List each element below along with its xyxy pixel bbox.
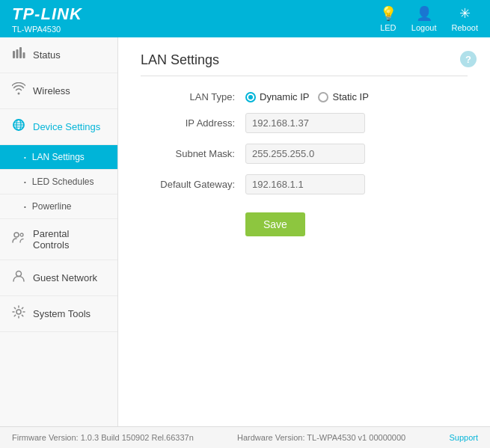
lan-type-label: LAN Type: [141,91,245,102]
dynamic-ip-radio[interactable] [245,92,256,102]
svg-point-10 [20,233,23,236]
dynamic-ip-label: Dynamic IP [260,91,309,102]
reboot-label: Reboot [452,23,478,32]
bullet-icon-3: • [24,203,26,210]
subnet-mask-input[interactable] [245,144,365,164]
status-icon [12,46,25,64]
default-gateway-row: Default Gateway: [141,174,468,194]
svg-rect-1 [16,49,19,58]
static-ip-radio[interactable] [318,92,328,102]
sidebar-item-parental-controls-label: Parental Controls [33,228,105,251]
dynamic-ip-option[interactable]: Dynamic IP [245,91,309,102]
ip-address-row: IP Address: [141,113,468,133]
led-label: LED [380,23,396,32]
svg-point-9 [14,233,19,237]
logo: TP-LINK [12,4,82,24]
footer: Firmware Version: 1.0.3 Build 150902 Rel… [0,426,490,448]
sidebar-item-wireless[interactable]: Wireless [0,73,117,109]
sidebar-sub-item-lan-label: LAN Settings [32,152,85,162]
svg-rect-2 [19,47,22,58]
reboot-button[interactable]: ✳ Reboot [452,5,478,32]
sidebar-item-parental-controls[interactable]: Parental Controls [0,219,117,260]
wireless-icon [12,82,25,99]
logout-button[interactable]: 👤 Logout [411,5,437,32]
page-title: LAN Settings [141,52,468,76]
sidebar-item-wireless-label: Wireless [33,85,70,96]
sidebar-sub-item-lan-settings[interactable]: • LAN Settings [0,145,117,170]
sidebar-item-guest-network-label: Guest Network [33,272,97,283]
main-layout: Status Wireless [0,37,490,426]
sidebar-sub-item-led-label: LED Schedules [32,177,94,187]
lan-type-radio-group: Dynamic IP Static IP [245,91,369,102]
lan-type-row: LAN Type: Dynamic IP Static IP [141,91,468,102]
model-name: TL-WPA4530 [12,25,82,34]
static-ip-option[interactable]: Static IP [318,91,368,102]
ip-address-label: IP Address: [141,117,245,129]
header: TP-LINK TL-WPA4530 💡 LED 👤 Logout ✳ Rebo… [0,0,490,37]
reboot-icon: ✳ [459,5,471,22]
help-button[interactable]: ? [460,51,477,67]
support-link[interactable]: Support [449,433,478,442]
sidebar-item-status[interactable]: Status [0,37,117,73]
parental-controls-icon [12,231,25,248]
header-actions: 💡 LED 👤 Logout ✳ Reboot [380,5,478,32]
logout-icon: 👤 [416,5,432,22]
svg-rect-3 [23,52,25,58]
sidebar-item-status-label: Status [33,49,61,61]
lan-settings-form: LAN Type: Dynamic IP Static IP IP Addres… [141,91,468,236]
sidebar-item-guest-network[interactable]: Guest Network [0,260,117,296]
sidebar-sub-item-powerline[interactable]: • Powerline [0,194,117,219]
sidebar-item-device-settings[interactable]: Device Settings [0,109,117,145]
brand: TP-LINK TL-WPA4530 [12,4,82,34]
bullet-icon: • [24,154,26,161]
ip-address-input[interactable] [245,113,365,133]
hardware-info: Hardware Version: TL-WPA4530 v1 00000000 [237,433,405,442]
save-button[interactable]: Save [245,212,305,236]
subnet-mask-label: Subnet Mask: [141,148,245,159]
static-ip-label: Static IP [332,91,368,102]
led-icon: 💡 [380,5,396,22]
device-settings-icon [12,118,25,135]
default-gateway-label: Default Gateway: [141,179,245,190]
svg-point-11 [16,271,22,277]
guest-network-icon [12,269,25,286]
sidebar-sub-item-led-schedules[interactable]: • LED Schedules [0,170,117,194]
bullet-icon-2: • [24,179,26,185]
svg-point-12 [16,310,21,314]
sidebar-item-device-settings-label: Device Settings [33,121,100,132]
firmware-info: Firmware Version: 1.0.3 Build 150902 Rel… [12,433,194,442]
logout-label: Logout [411,23,437,32]
content-area: ? LAN Settings LAN Type: Dynamic IP Stat… [118,37,490,426]
sidebar: Status Wireless [0,37,118,426]
default-gateway-input[interactable] [245,174,365,194]
led-button[interactable]: 💡 LED [380,5,396,32]
sidebar-item-system-tools[interactable]: System Tools [0,296,117,332]
save-row: Save [141,205,468,236]
sidebar-sub-item-powerline-label: Powerline [32,201,72,212]
system-tools-icon [12,305,25,322]
sidebar-item-system-tools-label: System Tools [33,308,91,319]
svg-rect-0 [13,51,15,58]
subnet-mask-row: Subnet Mask: [141,144,468,164]
